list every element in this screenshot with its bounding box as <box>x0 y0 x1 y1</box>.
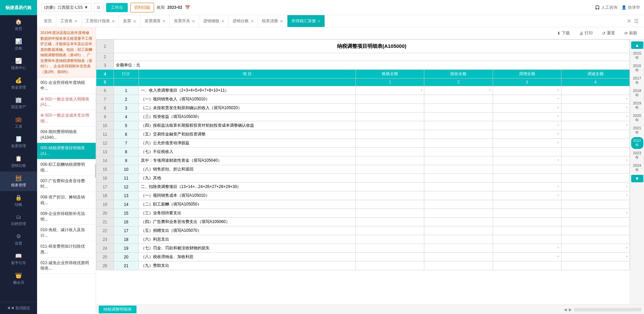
workbench-button[interactable]: 工作台 <box>106 3 128 12</box>
data-cell-c2[interactable] <box>424 130 493 139</box>
data-cell-c2[interactable] <box>424 104 493 113</box>
data-cell-c3[interactable] <box>493 148 561 156</box>
left-menu-item-012[interactable]: 012-减免企业所得税优惠明细表... <box>37 258 96 274</box>
data-cell-c3[interactable]: * <box>493 191 561 200</box>
data-cell-c4[interactable]: * <box>561 244 630 253</box>
data-cell-c1[interactable] <box>356 244 424 253</box>
sidebar-item-guide[interactable]: 📖新手引导 <box>0 249 37 269</box>
print-button[interactable]: 🖨 打印 <box>577 29 595 37</box>
tab-close-icon[interactable]: × <box>163 19 165 24</box>
sidebar-item-vip[interactable]: 👑畅会员 <box>0 269 37 288</box>
year-item-2017[interactable]: 2017年 <box>631 75 643 87</box>
left-menu-item-002[interactable]: ⊗ 002-一般企业收入明细表(A1... <box>37 94 96 111</box>
left-menu-item-001[interactable]: 001-企业所得税年度纳税申... <box>37 77 96 94</box>
data-cell-c1[interactable] <box>356 148 424 156</box>
tab-进销稽核[interactable]: 进销稽核× <box>199 15 228 27</box>
scroll-bar-area[interactable] <box>574 308 641 311</box>
data-cell-c1[interactable] <box>356 226 424 235</box>
sidebar-item-invoice-mgmt[interactable]: 🧾发票管理 <box>0 132 37 152</box>
data-cell-c2[interactable] <box>424 209 493 218</box>
data-cell-c4[interactable] <box>561 86 630 95</box>
data-cell-c4[interactable] <box>561 200 630 209</box>
tab-工资统计报表[interactable]: 工资统计报表× <box>82 15 119 27</box>
data-cell-c2[interactable] <box>424 121 493 130</box>
data-cell-c1[interactable] <box>356 253 424 261</box>
copy-icon[interactable]: ⧉ <box>94 3 103 12</box>
data-cell-c4[interactable]: * <box>561 209 630 218</box>
tab-首页[interactable]: 首页 <box>40 15 56 27</box>
tab-进销台账[interactable]: 进销台账× <box>228 15 258 27</box>
data-cell-c3[interactable] <box>493 218 561 226</box>
data-cell-c1[interactable]: * <box>356 86 424 95</box>
user-info[interactable]: 👤 徐泽华 <box>621 5 640 10</box>
reset-button[interactable]: ↺ 重置 <box>600 29 618 37</box>
data-cell-c3[interactable] <box>493 235 561 244</box>
tab-close-icon[interactable]: × <box>318 19 320 24</box>
data-cell-c3[interactable] <box>493 261 561 270</box>
data-cell-c2[interactable] <box>424 218 493 226</box>
data-cell-c3[interactable] <box>493 209 561 218</box>
data-cell-c1[interactable] <box>356 174 424 183</box>
data-cell-c3[interactable] <box>493 226 561 235</box>
download-button[interactable]: ⬇ 下载 <box>554 29 573 37</box>
left-menu-item-008[interactable]: 008-资产折旧、摊销及纳税... <box>37 192 96 209</box>
tab-工资表[interactable]: 工资表× <box>56 15 82 27</box>
data-cell-c2[interactable] <box>424 95 493 104</box>
data-cell-c3[interactable]: * <box>493 183 561 191</box>
data-cell-c1[interactable] <box>356 183 424 191</box>
left-menu-item-011[interactable]: 011-研发费用加计扣除优惠... <box>37 241 96 258</box>
sidebar-item-tax-mgmt[interactable]: 🧮税务管理 <box>0 171 37 191</box>
data-cell-c4[interactable]: * <box>561 104 630 113</box>
year-item-2018[interactable]: 2018年 <box>631 87 643 99</box>
data-cell-c4[interactable] <box>561 139 630 148</box>
tabs-close-all[interactable]: ✕☰ <box>624 18 641 24</box>
scroll-right-icon[interactable]: ▶ <box>569 307 572 312</box>
data-cell-c2[interactable] <box>424 261 493 270</box>
data-cell-c4[interactable] <box>561 165 630 174</box>
left-menu-item-007[interactable]: 007-广告费和业务宣传费时... <box>37 176 96 192</box>
left-menu-item-005[interactable]: 005-纳税调整项目明细表(A1... <box>37 143 96 159</box>
data-cell-c2[interactable] <box>424 174 493 183</box>
data-cell-c2[interactable] <box>424 113 493 121</box>
data-cell-c3[interactable]: * <box>493 244 561 253</box>
tab-close-icon[interactable]: × <box>133 19 136 24</box>
data-cell-c2[interactable] <box>424 156 493 165</box>
data-cell-c1[interactable] <box>356 209 424 218</box>
data-cell-c3[interactable]: * <box>493 130 561 139</box>
data-cell-c1[interactable] <box>356 95 424 104</box>
year-scroll-up[interactable]: ▲ <box>631 41 643 49</box>
tab-close-icon[interactable]: × <box>221 19 224 24</box>
data-cell-c2[interactable] <box>424 253 493 261</box>
year-item-2019[interactable]: 2019年 <box>631 100 643 112</box>
data-cell-c3[interactable] <box>493 165 561 174</box>
data-cell-c2[interactable] <box>424 148 493 156</box>
data-cell-c4[interactable] <box>561 226 630 235</box>
data-cell-c3[interactable] <box>493 174 561 183</box>
left-menu-item-006[interactable]: 006-职工薪酬纳税调整明细... <box>37 159 96 176</box>
year-item-2020[interactable]: 2020年 <box>631 112 643 124</box>
data-cell-c1[interactable] <box>356 235 424 244</box>
tab-所得税汇算缴[interactable]: 所得税汇算缴× <box>287 15 325 27</box>
sidebar-item-settings[interactable]: ⚙设置 <box>0 230 37 249</box>
data-cell-c1[interactable] <box>356 191 424 200</box>
data-cell-c4[interactable] <box>561 218 630 226</box>
data-cell-c4[interactable]: * <box>561 253 630 261</box>
customer-service[interactable]: 🎧 人工咨询 <box>595 5 617 10</box>
data-cell-c2[interactable] <box>424 226 493 235</box>
old-version-button[interactable]: 切到旧版 <box>130 3 154 12</box>
sidebar-item-report[interactable]: 📈报表中心 <box>0 54 37 74</box>
data-cell-c4[interactable]: * <box>561 156 630 165</box>
data-cell-c2[interactable] <box>424 183 493 191</box>
year-item-2022[interactable]: 2022年 <box>631 137 643 149</box>
tab-发票测算[interactable]: 发票测算× <box>141 15 170 27</box>
sidebar-item-purchase-ledger[interactable]: 📋进销台账 <box>0 152 37 171</box>
data-cell-c3[interactable]: * <box>493 104 561 113</box>
data-cell-c4[interactable] <box>561 148 630 156</box>
data-cell-c3[interactable]: * <box>493 253 561 261</box>
unpin-button[interactable]: ◀◀ 取消固定 <box>0 302 37 314</box>
data-cell-c3[interactable]: * <box>493 139 561 148</box>
data-cell-c1[interactable] <box>356 130 424 139</box>
data-cell-c2[interactable] <box>424 191 493 200</box>
tab-close-icon[interactable]: × <box>74 19 77 24</box>
data-cell-c1[interactable] <box>356 156 424 165</box>
